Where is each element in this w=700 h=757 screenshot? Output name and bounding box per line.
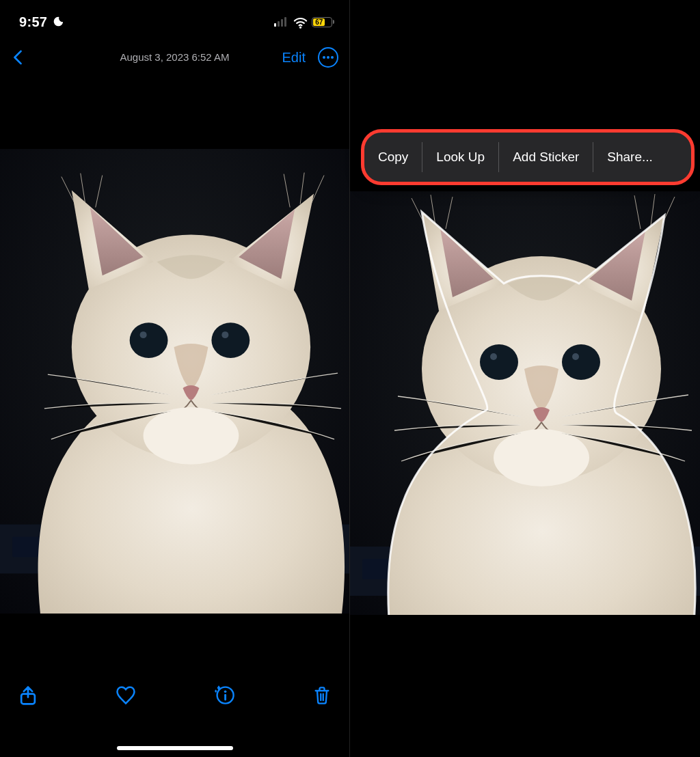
svg-point-14 bbox=[323, 56, 325, 59]
subject-lift-screen: Copy Look Up Add Sticker Share... bbox=[350, 0, 700, 757]
cat-photo bbox=[0, 149, 349, 614]
edit-button[interactable]: Edit bbox=[282, 50, 306, 66]
photos-detail-screen: 9:57 67 August 3, 2023 6:52 AM Edit bbox=[0, 0, 350, 757]
photo-timestamp: August 3, 2023 6:52 AM bbox=[120, 51, 229, 63]
context-look-up[interactable]: Look Up bbox=[422, 133, 498, 182]
status-bar: 9:57 67 bbox=[0, 0, 349, 37]
home-indicator[interactable] bbox=[117, 746, 233, 750]
battery-level: 67 bbox=[313, 18, 325, 26]
wifi-icon bbox=[293, 15, 308, 29]
cat-photo-lifted bbox=[350, 191, 700, 615]
back-button[interactable] bbox=[11, 48, 25, 67]
info-button[interactable] bbox=[214, 685, 236, 705]
status-time: 9:57 bbox=[19, 14, 47, 30]
favorite-button[interactable] bbox=[115, 685, 137, 705]
delete-button[interactable] bbox=[312, 685, 332, 706]
lifted-subject-view[interactable] bbox=[350, 191, 700, 615]
context-copy[interactable]: Copy bbox=[364, 133, 422, 182]
battery-indicator: 67 bbox=[312, 17, 334, 27]
svg-point-16 bbox=[331, 56, 334, 59]
context-add-sticker[interactable]: Add Sticker bbox=[499, 133, 593, 182]
svg-point-15 bbox=[327, 56, 329, 59]
bottom-toolbar bbox=[0, 661, 349, 757]
nav-header: August 3, 2023 6:52 AM Edit bbox=[0, 37, 349, 78]
photo-viewer[interactable] bbox=[0, 149, 349, 614]
more-options-button[interactable] bbox=[318, 47, 338, 68]
share-button[interactable] bbox=[18, 685, 38, 706]
cellular-signal-icon bbox=[274, 17, 289, 27]
context-share[interactable]: Share... bbox=[593, 133, 667, 182]
do-not-disturb-icon bbox=[52, 16, 64, 28]
context-menu: Copy Look Up Add Sticker Share... bbox=[361, 129, 695, 185]
